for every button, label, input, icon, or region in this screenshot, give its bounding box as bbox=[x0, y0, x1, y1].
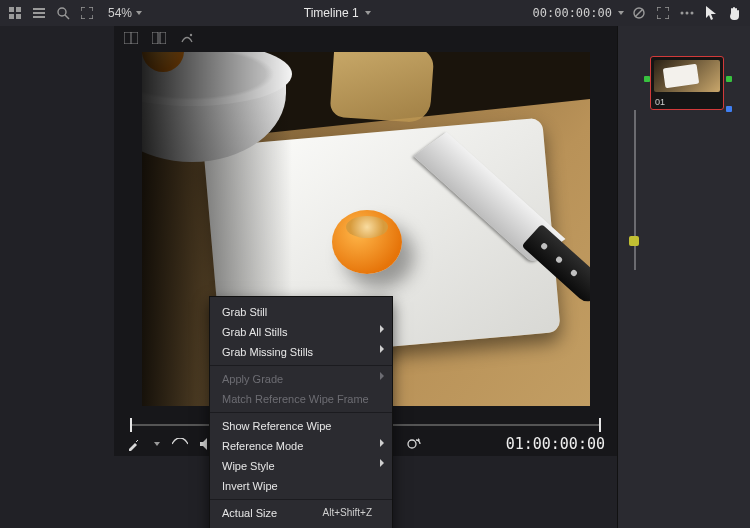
search-icon[interactable] bbox=[54, 4, 72, 22]
menu-item[interactable]: Wipe Style bbox=[210, 456, 392, 476]
svg-rect-3 bbox=[16, 14, 21, 19]
chevron-down-icon bbox=[136, 11, 142, 15]
node-wire bbox=[634, 110, 636, 270]
node-label: 01 bbox=[655, 97, 665, 107]
node-graph-panel[interactable]: 01 bbox=[617, 26, 750, 528]
zoom-dropdown[interactable]: 54% bbox=[108, 6, 142, 20]
svg-point-12 bbox=[686, 12, 689, 15]
menu-item-label: Show Reference Wipe bbox=[222, 420, 331, 432]
top-toolbar: 54% Timeline 1 00:00:00:00 bbox=[0, 0, 750, 27]
viewer-sub-toolbar bbox=[114, 26, 617, 50]
chevron-right-icon bbox=[380, 372, 384, 380]
menu-item: Apply Grade bbox=[210, 369, 392, 389]
chevron-right-icon bbox=[380, 439, 384, 447]
out-marker[interactable] bbox=[599, 418, 601, 432]
svg-point-18 bbox=[190, 34, 192, 36]
expand-icon[interactable] bbox=[654, 4, 672, 22]
menu-item[interactable]: Invert Wipe bbox=[210, 476, 392, 496]
in-marker[interactable] bbox=[130, 418, 132, 432]
menu-item-label: Grab All Stills bbox=[222, 326, 287, 338]
loop-icon[interactable] bbox=[406, 436, 422, 452]
timeline-title-text: Timeline 1 bbox=[304, 6, 359, 20]
picker-icon[interactable] bbox=[126, 436, 142, 452]
hand-icon[interactable] bbox=[726, 4, 744, 22]
zoom-value: 54% bbox=[108, 6, 132, 20]
svg-rect-17 bbox=[160, 32, 166, 44]
svg-line-10 bbox=[635, 9, 643, 17]
menu-separator bbox=[210, 365, 392, 366]
menu-item-label: Wipe Style bbox=[222, 460, 275, 472]
svg-rect-0 bbox=[9, 7, 14, 12]
node-input-dot[interactable] bbox=[644, 76, 650, 82]
bypass-icon[interactable] bbox=[630, 4, 648, 22]
chevron-down-icon bbox=[365, 11, 371, 15]
fit-icon[interactable] bbox=[78, 4, 96, 22]
more-icon[interactable] bbox=[678, 4, 696, 22]
menu-item-label: Match Reference Wipe Frame bbox=[222, 393, 369, 405]
menu-item-label: Grab Missing Stills bbox=[222, 346, 313, 358]
node-output-dot[interactable] bbox=[726, 76, 732, 82]
chevron-right-icon bbox=[380, 459, 384, 467]
list-icon[interactable] bbox=[30, 4, 48, 22]
menu-item[interactable]: Show Reference Wipe bbox=[210, 416, 392, 436]
viewer-timecode: 01:00:00:00 bbox=[506, 435, 605, 453]
left-panel bbox=[0, 26, 114, 528]
svg-rect-5 bbox=[33, 12, 45, 14]
node-alpha-dot[interactable] bbox=[726, 106, 732, 112]
menu-item-label: Invert Wipe bbox=[222, 480, 278, 492]
unmix-icon[interactable] bbox=[172, 436, 188, 452]
node-01[interactable]: 01 bbox=[650, 56, 724, 110]
menu-item-label: Reference Mode bbox=[222, 440, 303, 452]
chevron-down-icon[interactable] bbox=[154, 442, 160, 446]
svg-point-13 bbox=[691, 12, 694, 15]
highlight-icon[interactable] bbox=[178, 29, 196, 47]
menu-item-label: Grab Still bbox=[222, 306, 267, 318]
chevron-right-icon bbox=[380, 325, 384, 333]
svg-rect-2 bbox=[9, 14, 14, 19]
menu-item[interactable]: Grab All Stills bbox=[210, 322, 392, 342]
grid-icon[interactable] bbox=[6, 4, 24, 22]
svg-line-8 bbox=[65, 15, 69, 19]
menu-item[interactable]: Grab Missing Stills bbox=[210, 342, 392, 362]
svg-point-7 bbox=[58, 8, 66, 16]
menu-item-label: Apply Grade bbox=[222, 373, 283, 385]
node-junction-dot[interactable] bbox=[629, 236, 639, 246]
split-icon[interactable] bbox=[150, 29, 168, 47]
node-thumbnail bbox=[654, 60, 720, 92]
menu-item[interactable]: Actual SizeAlt+Shift+Z bbox=[210, 503, 392, 523]
svg-rect-4 bbox=[33, 8, 45, 10]
menu-item-label: Actual Size bbox=[222, 507, 277, 519]
master-timecode: 00:00:00:00 bbox=[533, 6, 612, 20]
menu-separator bbox=[210, 499, 392, 500]
chevron-right-icon bbox=[380, 345, 384, 353]
menu-item-shortcut: Alt+Shift+Z bbox=[323, 505, 372, 521]
menu-separator bbox=[210, 412, 392, 413]
svg-rect-1 bbox=[16, 7, 21, 12]
timeline-title[interactable]: Timeline 1 bbox=[304, 6, 371, 20]
menu-item[interactable]: Reference Mode bbox=[210, 436, 392, 456]
menu-item: Match Reference Wipe Frame bbox=[210, 389, 392, 409]
pointer-icon[interactable] bbox=[702, 4, 720, 22]
svg-rect-6 bbox=[33, 16, 45, 18]
menu-item[interactable]: Grab Still bbox=[210, 302, 392, 322]
chevron-down-icon[interactable] bbox=[618, 11, 624, 15]
svg-rect-16 bbox=[152, 32, 158, 44]
menu-item[interactable]: Zoom to FitShift+Z bbox=[210, 523, 392, 528]
svg-point-11 bbox=[681, 12, 684, 15]
viewer-context-menu: Grab StillGrab All StillsGrab Missing St… bbox=[209, 296, 393, 528]
image-wipe-icon[interactable] bbox=[122, 29, 140, 47]
